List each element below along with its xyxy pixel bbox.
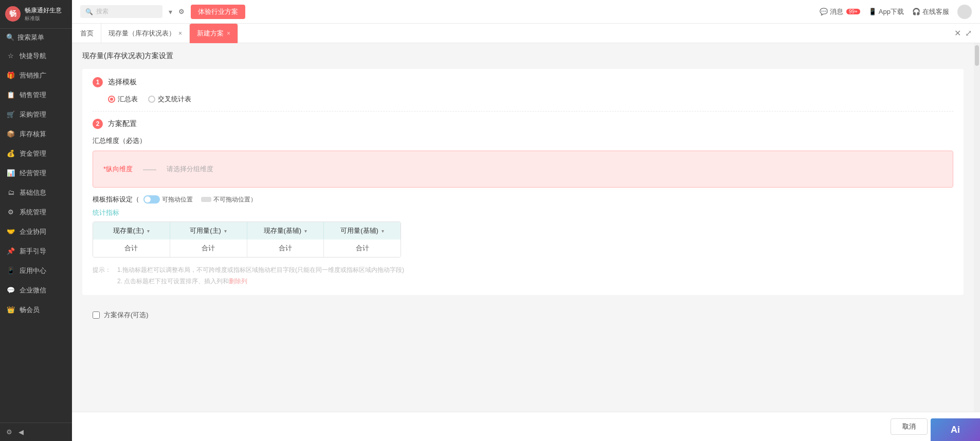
sidebar-item-label: 快捷导航 <box>20 51 46 61</box>
stats-col-1-label: 可用量(主) <box>190 226 221 235</box>
sidebar-item-guide[interactable]: 📌 新手引导 <box>0 242 72 261</box>
tab-home[interactable]: 首页 <box>80 24 101 43</box>
stats-col-2-header[interactable]: 现存量(基辅) ▾ <box>247 222 324 240</box>
sidebar-item-finance[interactable]: 💰 资金管理 <box>0 144 72 163</box>
finance-icon: 💰 <box>6 149 15 158</box>
close-panel-icon[interactable]: ✕ <box>954 28 961 38</box>
sidebar: 畅 畅康通好生意 标准版 🔍 搜索菜单 ☆ 快捷导航 🎁 营销推广 📋 销售管理… <box>0 0 72 441</box>
scrollbar-track[interactable] <box>974 43 980 412</box>
guide-icon: 📌 <box>6 247 15 256</box>
step1-header: 1 选择模板 <box>93 77 953 87</box>
sidebar-search[interactable]: 🔍 搜索菜单 <box>0 29 72 46</box>
app-logo-icon: 畅 <box>5 6 21 22</box>
sidebar-item-inventory[interactable]: 📦 库存核算 <box>0 124 72 144</box>
expand-panel-icon[interactable]: ⤢ <box>965 28 972 38</box>
tab-inventory-status-label: 现存量（库存状况表） <box>108 29 175 38</box>
sidebar-item-label: 应用中心 <box>20 266 46 275</box>
app-download-label: App下载 <box>879 7 904 16</box>
cancel-button[interactable]: 取消 <box>891 418 928 435</box>
sidebar-item-label: 企业微信 <box>20 286 46 295</box>
inventory-icon: 📦 <box>6 130 15 139</box>
stats-col-1-header[interactable]: 可用量(主) ▾ <box>170 222 247 240</box>
sidebar-settings-icon[interactable]: ⚙ <box>6 428 12 436</box>
sidebar-item-basic[interactable]: 🗂 基础信息 <box>0 183 72 203</box>
save-option-section: 方案保存(可选) <box>82 303 964 327</box>
ai-fab-label: Ai <box>951 425 960 435</box>
indicators-config-label: 模板指标设定（ 可拖动位置 不可拖动位置） <box>93 195 953 204</box>
radio-cross-circle <box>148 96 155 103</box>
not-movable-indicator: 不可拖动位置） <box>201 195 257 204</box>
trial-industry-button[interactable]: 体验行业方案 <box>191 5 245 19</box>
save-checkbox[interactable] <box>93 311 100 319</box>
topbar-search-icon: 🔍 <box>85 8 93 15</box>
radio-cross[interactable]: 交叉统计表 <box>148 95 191 104</box>
indicators-config-title-text: 模板指标设定（ <box>93 195 139 204</box>
system-icon: ⚙ <box>6 208 15 217</box>
sidebar-item-marketing[interactable]: 🎁 营销推广 <box>0 66 72 85</box>
scheme-settings-card: 1 选择模板 汇总表 交叉统计表 2 方 <box>82 69 964 295</box>
stats-col-0-header[interactable]: 现存量(主) ▾ <box>93 222 170 240</box>
topbar-search[interactable]: 🔍 搜索 <box>80 5 162 18</box>
message-label: 消息 <box>830 7 843 16</box>
app-edition: 标准版 <box>25 15 62 22</box>
tips-section: 提示： 1.拖动标题栏可以调整布局，不可跨维度或指标区域拖动栏目字段(只能在同一… <box>93 265 953 287</box>
sidebar-item-label: 经营管理 <box>20 169 46 178</box>
member-icon: 👑 <box>6 305 15 315</box>
stats-table: 现存量(主) ▾ 可用量(主) ▾ 现存量(基辅) ▾ <box>93 222 401 258</box>
scrollbar-thumb[interactable] <box>975 45 979 66</box>
tips-line2: 2. 点击标题栏下拉可设置排序、插入列和删除列 <box>93 276 953 287</box>
toggle-movable-indicator: 可拖动位置 <box>143 195 193 204</box>
app-name-block: 畅康通好生意 标准版 <box>25 6 62 22</box>
stats-col-3-label: 可用量(基辅) <box>340 226 378 235</box>
topbar-app-download[interactable]: 📱 App下载 <box>868 7 904 16</box>
user-avatar[interactable] <box>957 5 972 19</box>
sidebar-item-purchase[interactable]: 🛒 采购管理 <box>0 105 72 124</box>
sidebar-item-operation[interactable]: 📊 经营管理 <box>0 163 72 183</box>
content-area: 现存量(库存状况表)方案设置 1 选择模板 汇总表 交叉统计表 <box>72 43 980 412</box>
sidebar-item-member[interactable]: 👑 畅会员 <box>0 300 72 320</box>
sidebar-item-label: 企业协同 <box>20 227 46 236</box>
tab-new-scheme[interactable]: 新建方案 × <box>190 24 238 43</box>
page-title: 现存量(库存状况表)方案设置 <box>82 51 964 61</box>
not-movable-box <box>201 197 211 202</box>
topbar-dropdown-icon[interactable]: ▾ <box>169 8 172 16</box>
message-icon: 💬 <box>820 8 828 15</box>
topbar-gear-icon[interactable]: ⚙ <box>178 8 185 15</box>
tab-home-label: 首页 <box>80 29 94 38</box>
sidebar-item-label: 畅会员 <box>20 305 40 315</box>
stats-table-header: 现存量(主) ▾ 可用量(主) ▾ 现存量(基辅) ▾ <box>93 222 401 240</box>
sidebar-collapse-icon[interactable]: ◀ <box>19 428 24 436</box>
sidebar-item-cooperation[interactable]: 🤝 企业协同 <box>0 222 72 242</box>
sidebar-item-wechat[interactable]: 💬 企业微信 <box>0 281 72 300</box>
step-divider <box>93 111 953 112</box>
ai-fab-button[interactable]: Ai <box>931 418 980 441</box>
sidebar-item-quick-nav[interactable]: ☆ 快捷导航 <box>0 46 72 66</box>
stats-col-3-header[interactable]: 可用量(基辅) ▾ <box>324 222 401 240</box>
tab-inventory-status-close[interactable]: × <box>178 30 182 37</box>
sidebar-item-label: 新手引导 <box>20 247 46 256</box>
sidebar-item-system[interactable]: ⚙ 系统管理 <box>0 203 72 222</box>
tab-new-scheme-close[interactable]: × <box>227 30 230 37</box>
sidebar-logo: 畅 畅康通好生意 标准版 <box>0 0 72 29</box>
sidebar-item-appcenter[interactable]: 📱 应用中心 <box>0 261 72 281</box>
stats-section-title: 统计指标 <box>93 208 953 217</box>
topbar-online-service[interactable]: 🎧 在线客服 <box>912 7 949 16</box>
dimension-section-title: 汇总维度（必选） <box>93 136 953 145</box>
stats-col-0-body: 合计 <box>93 240 170 257</box>
toggle-movable-box[interactable] <box>143 195 160 204</box>
stats-col-2-body: 合计 <box>247 240 324 257</box>
radio-summary-label: 汇总表 <box>118 95 138 104</box>
radio-summary[interactable]: 汇总表 <box>108 95 138 104</box>
sidebar-item-sales[interactable]: 📋 销售管理 <box>0 85 72 105</box>
footer-bar: 取消 查询 <box>72 412 980 441</box>
dim-placeholder: 请选择分组维度 <box>167 164 213 174</box>
topbar-message[interactable]: 💬 消息 99+ <box>820 7 860 16</box>
sidebar-item-label: 系统管理 <box>20 208 46 217</box>
purchase-icon: 🛒 <box>6 110 15 119</box>
sidebar-item-label: 采购管理 <box>20 110 46 119</box>
stats-col-2-label: 现存量(基辅) <box>264 226 302 235</box>
tips-delete-highlight: 删除列 <box>229 278 247 285</box>
phone-icon: 📱 <box>868 8 877 15</box>
online-service-label: 在线客服 <box>922 7 949 16</box>
tab-inventory-status[interactable]: 现存量（库存状况表） × <box>101 24 190 43</box>
